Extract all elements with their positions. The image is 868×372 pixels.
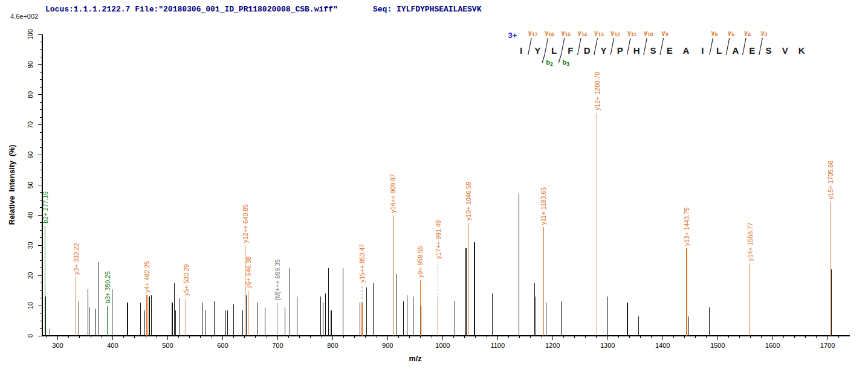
peak-label: y16++ 909.97 bbox=[389, 174, 397, 213]
x-tick-label: 1200 bbox=[545, 342, 560, 349]
peak-label: y13+ 1443.75 bbox=[683, 207, 690, 246]
peak-label: [M]+++ 699.35 bbox=[274, 259, 281, 300]
y-ion-label: y6 bbox=[711, 29, 718, 37]
x-tick-label: 900 bbox=[382, 342, 393, 349]
y-ion-label: y10 bbox=[644, 29, 653, 37]
y-axis-title: Relative Intensity (%) bbox=[8, 145, 16, 225]
residue-letter: L bbox=[716, 45, 722, 56]
residue-letter: F bbox=[568, 45, 573, 56]
residue-letter: D bbox=[584, 45, 591, 56]
cleavage-mark bbox=[627, 38, 630, 55]
cleavage-mark bbox=[578, 38, 581, 55]
y-ion-label: y9 bbox=[662, 29, 669, 37]
x-tick-label: 1700 bbox=[820, 342, 835, 349]
residue-letter: I bbox=[701, 45, 704, 56]
cleavage-mark bbox=[743, 38, 747, 55]
peak-label: y15+ 1705.86 bbox=[827, 161, 834, 199]
x-tick-label: 1300 bbox=[600, 342, 615, 349]
peak-label: y10+ 1046.59 bbox=[465, 182, 472, 220]
y-ion-label: y13 bbox=[594, 29, 604, 37]
precursor-charge-label: 3+ bbox=[508, 31, 517, 40]
cleavage-mark bbox=[759, 38, 763, 55]
y-tick-label: 70 bbox=[27, 121, 34, 129]
spectrum-plot: 0102030405060708090100300400500600700800… bbox=[0, 0, 868, 372]
x-tick-label: 600 bbox=[217, 342, 228, 349]
y-ion-label: y15 bbox=[561, 29, 571, 37]
residue-letter: L bbox=[551, 45, 557, 56]
residue-letter: I bbox=[520, 45, 522, 56]
peak-label: b3+ 390.25 bbox=[104, 271, 111, 303]
y-ion-label: y5 bbox=[728, 29, 734, 37]
peak-label: y15++ 853.47 bbox=[358, 244, 366, 283]
cleavage-mark-b bbox=[559, 55, 561, 63]
x-axis-title: m/z bbox=[409, 354, 422, 363]
x-tick-label: 700 bbox=[272, 342, 283, 349]
peak-label: b2+ 277.16 bbox=[42, 191, 49, 223]
cleavage-mark bbox=[528, 38, 532, 55]
residue-letter: Y bbox=[534, 45, 540, 56]
y-tick-label: 80 bbox=[27, 91, 34, 98]
y-ion-label: y12 bbox=[611, 29, 620, 37]
y-ion-label: y4 bbox=[744, 29, 751, 37]
peak-label: y17++ 991.49 bbox=[435, 220, 442, 258]
peak-label: y11+ 1183.65 bbox=[540, 187, 547, 225]
peak-label: y14+ 1558.77 bbox=[747, 222, 754, 261]
y-tick-label: 10 bbox=[27, 302, 34, 309]
cleavage-mark bbox=[611, 38, 614, 55]
b-ion-label: b2 bbox=[546, 59, 553, 67]
cleavage-mark bbox=[710, 38, 713, 55]
peak-label: y12+ 1280.70 bbox=[594, 72, 601, 111]
peak-label: y9+ 959.55 bbox=[416, 246, 424, 277]
residue-letter: K bbox=[798, 45, 805, 56]
y-tick-label: 20 bbox=[27, 272, 34, 279]
y-ion-label: y16 bbox=[545, 29, 554, 37]
cleavage-mark-b bbox=[542, 55, 545, 63]
ms2-spectrum-viewer: Locus:1.1.1.2122.7 File:"20180306_001_ID… bbox=[0, 0, 868, 372]
cleavage-mark bbox=[561, 38, 565, 55]
x-tick-label: 500 bbox=[162, 342, 173, 349]
residue-letter: Y bbox=[600, 45, 606, 56]
peak-label: y6+ 646.38 bbox=[245, 257, 252, 288]
residue-letter: H bbox=[633, 45, 640, 56]
y-tick-label: 0 bbox=[27, 334, 34, 338]
b-ion-label: b3 bbox=[563, 59, 570, 67]
y-tick-label: 30 bbox=[27, 242, 34, 249]
y-ion-label: y14 bbox=[578, 29, 588, 37]
x-tick-label: 1400 bbox=[655, 342, 670, 349]
x-tick-label: 800 bbox=[327, 342, 338, 349]
residue-letter: A bbox=[732, 45, 739, 56]
y-ion-label: y3 bbox=[760, 29, 767, 37]
peak-label: y4+ 462.25 bbox=[143, 261, 151, 292]
y-ion-label: y17 bbox=[528, 29, 538, 37]
residue-letter: E bbox=[749, 45, 755, 56]
x-tick-label: 300 bbox=[52, 342, 63, 349]
x-tick-label: 1600 bbox=[765, 342, 780, 349]
cleavage-mark bbox=[726, 38, 730, 55]
residue-letter: E bbox=[667, 45, 673, 56]
y-tick-label: 90 bbox=[27, 61, 34, 68]
y-ion-label: y11 bbox=[627, 29, 636, 37]
residue-letter: P bbox=[617, 45, 623, 56]
x-tick-label: 1500 bbox=[710, 342, 725, 349]
peak-label: y3+ 333.22 bbox=[73, 243, 80, 274]
residue-letter: S bbox=[650, 45, 656, 56]
y-tick-label: 60 bbox=[27, 152, 34, 159]
peak-label: y5+ 533.29 bbox=[183, 264, 190, 295]
x-tick-label: 1000 bbox=[435, 342, 450, 349]
y-tick-label: 50 bbox=[27, 182, 34, 189]
cleavage-mark bbox=[660, 38, 664, 55]
x-tick-label: 400 bbox=[107, 342, 118, 349]
cleavage-mark bbox=[644, 38, 647, 55]
cleavage-mark bbox=[545, 38, 548, 55]
residue-letter: V bbox=[782, 45, 788, 56]
x-tick-label: 1100 bbox=[490, 342, 505, 349]
cleavage-mark bbox=[594, 38, 598, 55]
y-tick-label: 40 bbox=[27, 211, 34, 219]
residue-letter: A bbox=[683, 45, 690, 56]
y-tick-label: 100 bbox=[27, 29, 34, 40]
residue-letter: S bbox=[765, 45, 771, 56]
peak-label: y12++ 640.85 bbox=[242, 204, 249, 243]
